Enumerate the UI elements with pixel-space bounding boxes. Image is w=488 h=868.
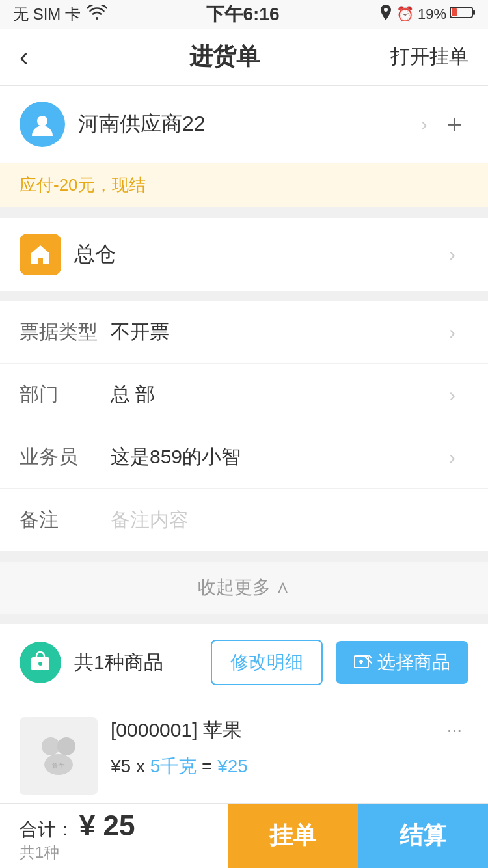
dept-chevron-icon: › — [449, 384, 455, 406]
products-icon — [20, 642, 61, 683]
total-price: ¥25 — [217, 756, 248, 776]
svg-rect-4 — [38, 258, 43, 264]
remarks-label: 备注 — [20, 507, 111, 534]
staff-chevron-icon: › — [449, 446, 455, 468]
quantity: 5千克 — [150, 756, 197, 776]
warehouse-name: 总仓 — [74, 240, 449, 269]
supplier-chevron-icon: › — [421, 113, 427, 135]
supplier-alert: 应付-20元，现结 — [0, 163, 488, 208]
svg-text:鲁牛: 鲁牛 — [52, 762, 65, 769]
svg-rect-2 — [452, 8, 457, 16]
warehouse-icon — [20, 234, 61, 275]
products-header: 共1种商品 修改明细 选择商品 — [0, 624, 488, 701]
staff-row[interactable]: 业务员 这是859的小智 › — [0, 426, 488, 489]
form-section: 票据类型 不开票 › 部门 总 部 › 业务员 这是859的小智 › 备注 备注… — [0, 301, 488, 551]
equals: = — [202, 756, 217, 776]
remarks-input[interactable]: 备注内容 — [111, 507, 468, 534]
select-product-button[interactable]: 选择商品 — [336, 641, 468, 684]
dept-row[interactable]: 部门 总 部 › — [0, 364, 488, 426]
wifi-icon — [87, 5, 107, 23]
back-button[interactable]: ‹ — [20, 42, 59, 72]
footer: 合计： ¥ 25 共1种 挂单 结算 — [0, 803, 488, 868]
total-label: 合计： — [20, 819, 74, 839]
warehouse-row[interactable]: 总仓 › — [0, 218, 488, 291]
alarm-icon: ⏰ — [396, 6, 414, 23]
main-content: 河南供应商22 › + 应付-20元，现结 总仓 › 票据类型 不开票 › 部门 — [0, 86, 488, 868]
select-product-label: 选择商品 — [377, 650, 450, 675]
svg-point-13 — [57, 737, 75, 755]
location-icon — [379, 5, 392, 24]
staff-label: 业务员 — [20, 444, 111, 470]
products-card: 共1种商品 修改明细 选择商品 鲁牛 — [0, 624, 488, 811]
product-item: 鲁牛 [0000001] 苹果 ¥5 x 5千克 = ¥25 ··· — [0, 701, 488, 811]
svg-point-12 — [42, 737, 60, 755]
footer-total: 合计： ¥ 25 共1种 — [0, 809, 228, 863]
product-name: [0000001] 苹果 — [111, 717, 427, 744]
product-more-button[interactable]: ··· — [441, 717, 468, 743]
unit-price: ¥5 x — [111, 756, 150, 776]
dept-value: 总 部 — [111, 381, 449, 408]
svg-rect-1 — [473, 10, 475, 15]
status-right: ⏰ 19% — [379, 5, 475, 24]
supplier-card: 河南供应商22 › + 应付-20元，现结 — [0, 86, 488, 208]
dept-label: 部门 — [20, 381, 111, 408]
nav-bar: ‹ 进货单 打开挂单 — [0, 29, 488, 86]
products-count: 共1种商品 — [74, 649, 198, 676]
sim-status: 无 SIM 卡 — [13, 4, 81, 25]
product-info: [0000001] 苹果 ¥5 x 5千克 = ¥25 — [111, 717, 427, 779]
checkout-button[interactable]: 结算 — [358, 804, 488, 869]
invoice-chevron-icon: › — [449, 321, 455, 344]
invoice-value: 不开票 — [111, 319, 449, 346]
warehouse-card[interactable]: 总仓 › — [0, 218, 488, 291]
invoice-label: 票据类型 — [20, 319, 111, 346]
status-left: 无 SIM 卡 — [13, 4, 107, 25]
supplier-avatar — [20, 102, 65, 147]
edit-detail-button[interactable]: 修改明细 — [211, 640, 323, 685]
status-bar: 无 SIM 卡 下午6:16 ⏰ 19% — [0, 0, 488, 29]
warehouse-chevron-icon: › — [449, 243, 455, 265]
battery-icon — [450, 6, 475, 23]
product-title: 苹果 — [203, 719, 242, 740]
add-supplier-button[interactable]: + — [441, 110, 468, 139]
page-title: 进货单 — [189, 41, 260, 73]
svg-point-6 — [38, 662, 42, 666]
product-price: ¥5 x 5千克 = ¥25 — [111, 754, 427, 779]
total-amount: ¥ 25 — [79, 809, 135, 841]
collapse-label: 收起更多 ∧ — [198, 575, 291, 600]
product-thumbnail: 鲁牛 — [20, 717, 98, 795]
supplier-name: 河南供应商22 — [78, 110, 421, 139]
supplier-row[interactable]: 河南供应商22 › + — [0, 86, 488, 163]
total-row: 合计： ¥ 25 — [20, 809, 208, 842]
remarks-row[interactable]: 备注 备注内容 — [0, 489, 488, 551]
pending-button[interactable]: 挂单 — [228, 804, 358, 869]
collapse-button[interactable]: 收起更多 ∧ — [0, 562, 488, 614]
product-code: [0000001] — [111, 719, 203, 740]
status-time: 下午6:16 — [206, 2, 279, 27]
open-pending-button[interactable]: 打开挂单 — [390, 44, 468, 70]
footer-count: 共1种 — [20, 842, 208, 863]
svg-point-3 — [37, 116, 47, 126]
staff-value: 这是859的小智 — [111, 444, 449, 470]
invoice-type-row[interactable]: 票据类型 不开票 › — [0, 301, 488, 364]
battery-level: 19% — [418, 6, 446, 23]
